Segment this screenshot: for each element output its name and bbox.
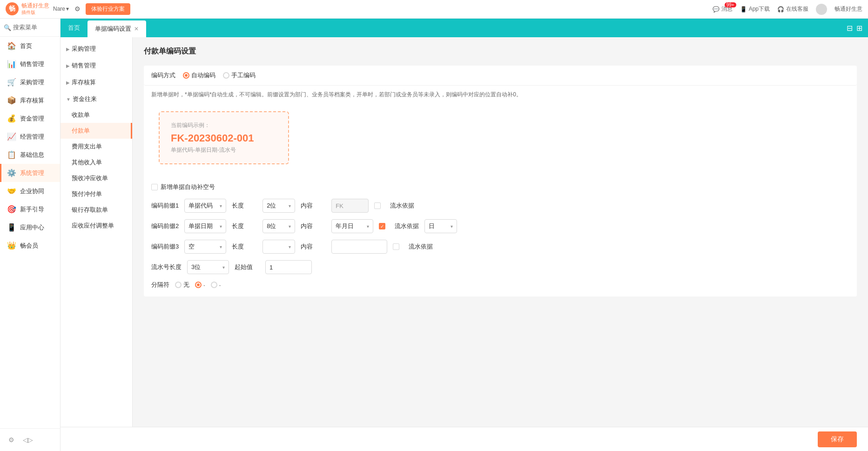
prefix2-content-value: 年月日 (336, 222, 354, 230)
prefix2-serial-label: 流水依据 (395, 222, 419, 230)
sidebar-item-app-label: 应用中心 (20, 223, 44, 232)
prefix1-select[interactable]: 单据代码 ▾ (184, 199, 226, 213)
experience-button[interactable]: 体验行业方案 (86, 3, 130, 15)
sidebar-collapse-btn[interactable]: ◁▷ (21, 433, 34, 446)
prefix1-length-select[interactable]: 2位 ▾ (262, 199, 295, 213)
sub-item-payment[interactable]: 付款单 (61, 123, 132, 139)
avatar[interactable] (816, 4, 827, 15)
sidebar-item-home[interactable]: 🏠 首页 (0, 37, 60, 55)
sub-item-pre-receive[interactable]: 预收冲应收单 (61, 170, 132, 186)
bottom-bar: 保存 (61, 427, 868, 451)
search-menu[interactable]: 🔍 搜索菜单 (0, 19, 60, 37)
message-badge: 99+ (725, 2, 736, 7)
inventory-icon: 📦 (7, 96, 16, 105)
prefix2-content-label: 内容 (301, 222, 326, 230)
search-icon: 🔍 (4, 24, 11, 31)
sidebar-item-inventory[interactable]: 📦 库存核算 (0, 91, 60, 109)
separator-none-radio[interactable]: 无 (175, 281, 189, 289)
sub-item-bank[interactable]: 银行存取款单 (61, 202, 132, 218)
sub-item-other-income[interactable]: 其他收入单 (61, 155, 132, 170)
prefix2-period-arrow: ▾ (451, 224, 453, 229)
sub-group-sales: ▶ 销售管理 (61, 58, 132, 74)
manual-code-radio[interactable]: 手工编码 (223, 71, 256, 80)
page-title: 付款单编码设置 (144, 47, 857, 56)
sub-group-capital-title[interactable]: ▼ 资金往来 (61, 91, 132, 107)
sub-group-purchase: ▶ 采购管理 (61, 41, 132, 57)
prefix2-length-label: 长度 (232, 222, 257, 230)
prefix2-length-select[interactable]: 8位 ▾ (262, 219, 295, 233)
prefix3-serial-checkbox[interactable] (393, 243, 399, 250)
tab-close-icon[interactable]: ✕ (134, 26, 139, 32)
app-download-item[interactable]: 📱 App下载 (740, 5, 770, 13)
main-layout: 🔍 搜索菜单 🏠 首页 📊 销售管理 🛒 采购管理 📦 库存核算 💰 (0, 19, 868, 451)
settings-icon[interactable]: ⚙ (72, 3, 83, 14)
sidebar-item-app[interactable]: 📱 应用中心 (0, 218, 60, 236)
sidebar-item-enterprise[interactable]: 🤝 企业协同 (0, 182, 60, 200)
sub-item-receipt[interactable]: 收款单 (61, 107, 132, 123)
sidebar-item-management[interactable]: 📈 经营管理 (0, 128, 60, 146)
sidebar-item-member[interactable]: 👑 畅会员 (0, 236, 60, 255)
prefix2-content-select[interactable]: 年月日 ▾ (331, 219, 373, 233)
separator-dot2-radio[interactable]: · (211, 282, 221, 289)
prefix-row-1: 编码前缀1 单据代码 ▾ 长度 2位 ▾ 内容 (151, 199, 849, 213)
online-service-item[interactable]: 🎧 在线客服 (777, 5, 808, 13)
tab-bar: 首页 单据编码设置 ✕ ⊟ ⊞ (61, 19, 868, 37)
prefix1-serial-checkbox[interactable] (374, 202, 381, 209)
prefix2-period-select[interactable]: 日 ▾ (424, 219, 457, 233)
encoding-method-label: 编码方式 (151, 71, 175, 80)
preview-code: FK-20230602-001 (171, 132, 277, 144)
prefix2-serial-checkbox[interactable]: ✓ (379, 223, 385, 229)
sub-group-capital: ▼ 资金往来 收款单 付款单 费用支出单 其他收入单 预收冲应收单 预付冲付单 … (61, 91, 132, 234)
sub-group-purchase-label: 采购管理 (72, 45, 96, 53)
enterprise-icon: 🤝 (7, 187, 16, 195)
message-item[interactable]: 💬 消息 99+ (713, 5, 733, 13)
sub-group-purchase-title[interactable]: ▶ 采购管理 (61, 41, 132, 57)
prefix1-length-arrow: ▾ (289, 203, 291, 209)
member-icon: 👑 (7, 241, 16, 250)
auto-code-radio[interactable]: 自动编码 (183, 71, 215, 80)
prefix3-length-select[interactable]: ▾ (262, 240, 295, 254)
sub-item-pre-pay[interactable]: 预付冲付单 (61, 186, 132, 202)
tab-home-label: 首页 (68, 24, 80, 32)
tab-encoding-settings[interactable]: 单据编码设置 ✕ (87, 20, 146, 37)
sidebar-item-basic[interactable]: 📋 基础信息 (0, 146, 60, 164)
company-dropdown[interactable]: Nare ▾ (53, 6, 69, 12)
prefix-row-2: 编码前缀2 单据日期 ▾ 长度 8位 ▾ 内容 (151, 219, 849, 233)
serial-length-select[interactable]: 3位 ▾ (187, 260, 229, 274)
tab-encoding-label: 单据编码设置 (95, 25, 131, 33)
sidebar-item-purchase[interactable]: 🛒 采购管理 (0, 73, 60, 91)
sidebar-item-finance[interactable]: 💰 资金管理 (0, 109, 60, 128)
prefix1-serial-label: 流水依据 (390, 202, 414, 210)
tab-home[interactable]: 首页 (61, 19, 87, 37)
sidebar-item-guide[interactable]: 🎯 新手引导 (0, 200, 60, 218)
manual-code-radio-circle (223, 72, 229, 79)
prefix2-length-value: 8位 (267, 222, 276, 230)
sub-group-inventory-title[interactable]: ▶ 库存核算 (61, 74, 132, 90)
sub-group-sales-title[interactable]: ▶ 销售管理 (61, 58, 132, 74)
encoding-method-card: 编码方式 自动编码 手工编码 新增单据时，*单据编码 (144, 66, 857, 296)
sidebar: 🔍 搜索菜单 🏠 首页 📊 销售管理 🛒 采购管理 📦 库存核算 💰 (0, 19, 61, 451)
auto-fill-checkbox[interactable] (151, 184, 158, 190)
save-button[interactable]: 保存 (818, 431, 857, 447)
prefix2-select[interactable]: 单据日期 ▾ (184, 219, 226, 233)
encoding-method-row: 编码方式 自动编码 手工编码 (144, 66, 857, 86)
sidebar-item-management-label: 经营管理 (20, 133, 44, 141)
sidebar-settings-btn[interactable]: ⚙ (5, 433, 18, 446)
prefix3-select-arrow: ▾ (220, 244, 222, 249)
prefix1-length-label: 长度 (232, 202, 257, 210)
sidebar-item-sales[interactable]: 📊 销售管理 (0, 55, 60, 73)
minimize-icon[interactable]: ⊟ (847, 24, 853, 33)
prefix3-select[interactable]: 空 ▾ (184, 240, 226, 254)
separator-dot-radio[interactable]: · (195, 282, 205, 289)
prefix1-content-input: FK (331, 199, 369, 213)
sub-item-adjustment[interactable]: 应收应付调整单 (61, 218, 132, 234)
maximize-icon[interactable]: ⊞ (856, 24, 862, 33)
prefix-row-3: 编码前缀3 空 ▾ 长度 ▾ 内容 (151, 240, 849, 254)
guide-icon: 🎯 (7, 205, 16, 214)
sidebar-item-purchase-label: 采购管理 (20, 78, 44, 87)
start-value-input[interactable]: 1 (265, 260, 312, 274)
finance-icon: 💰 (7, 114, 16, 123)
sidebar-item-system[interactable]: ⚙️ 系统管理 (0, 164, 60, 182)
sub-item-expense[interactable]: 费用支出单 (61, 139, 132, 155)
app-icon: 📱 (740, 6, 747, 13)
